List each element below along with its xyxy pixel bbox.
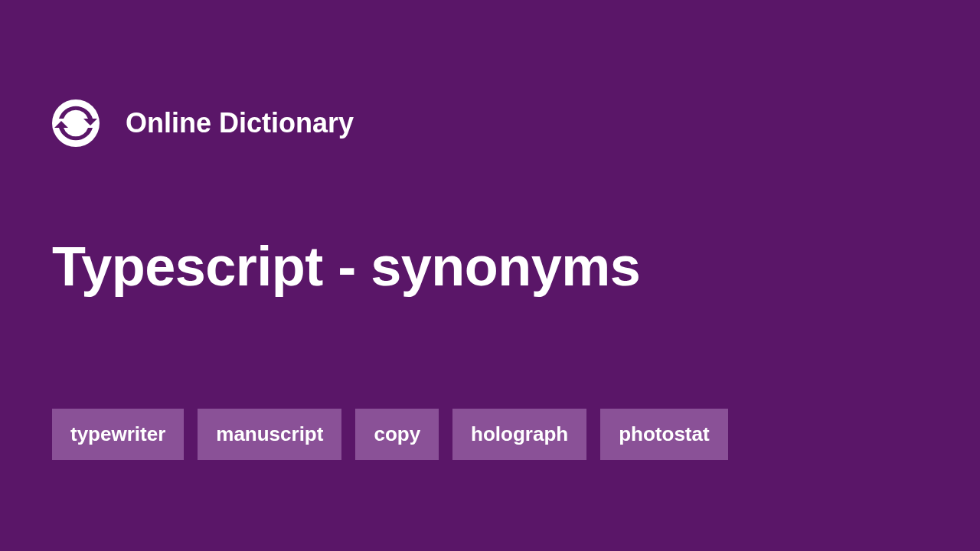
refresh-cycle-icon — [52, 99, 100, 147]
synonym-chip: typewriter — [52, 409, 184, 460]
synonyms-list: typewriter manuscript copy holograph pho… — [52, 409, 928, 460]
page-title: Typescript - synonyms — [52, 235, 928, 298]
site-title: Online Dictionary — [126, 107, 354, 139]
synonym-chip: photostat — [600, 409, 727, 460]
synonym-chip: copy — [355, 409, 439, 460]
synonym-chip: manuscript — [198, 409, 341, 460]
header: Online Dictionary — [52, 0, 928, 147]
synonym-chip: holograph — [452, 409, 586, 460]
